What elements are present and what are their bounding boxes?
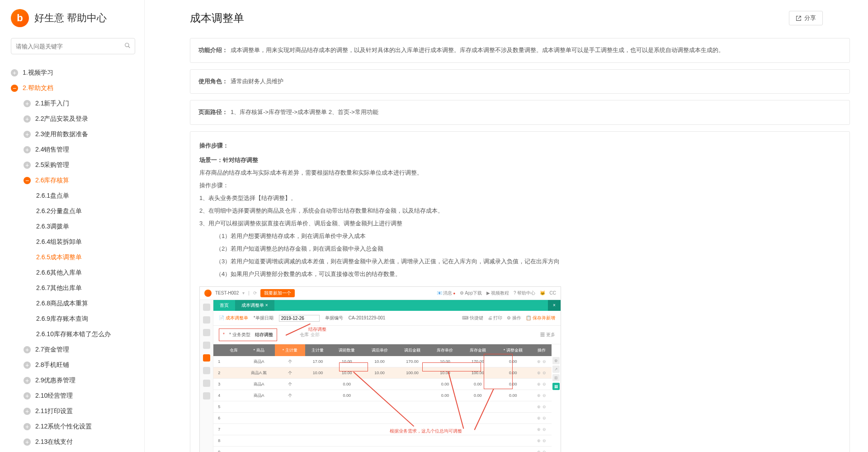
nav-2-9[interactable]: +2.9优惠券管理 — [11, 373, 135, 388]
nav-2-6-7[interactable]: 2.6.7其他出库单 — [11, 281, 135, 296]
nav-2-2[interactable]: +2.2产品安装及登录 — [11, 111, 135, 127]
ss-date-input — [279, 315, 320, 322]
ss-row: 9⊕⊖ — [213, 447, 552, 452]
nav-2-6[interactable]: −2.6库存核算 — [11, 173, 135, 188]
ss-code-label: 单据编号 — [325, 314, 343, 323]
intro-text: 成本调整单，用来实现对商品结存成本的调整，以及针对具体的出入库单进行成本调整。库… — [231, 47, 724, 53]
ss-new-button: 我要新加一个 — [260, 289, 295, 297]
ss-date-label: *单据日期 — [254, 314, 274, 323]
expand-icon: + — [24, 346, 31, 353]
ss-th: * 商品 — [243, 344, 275, 356]
nav-2-1[interactable]: +2.1新手入门 — [11, 96, 135, 111]
step-3d: （4）如果用户只调整部分数量的成本，可以直接修改带出的结存数量。 — [199, 268, 840, 280]
ss-app: ⚙ App下载 — [460, 289, 482, 298]
nav-2-12[interactable]: +2.12系统个性化设置 — [11, 419, 135, 434]
nav-2-5[interactable]: +2.5采购管理 — [11, 157, 135, 173]
nav-2-4[interactable]: +2.4销售管理 — [11, 142, 135, 157]
nav-2-3[interactable]: +2.3使用前数据准备 — [11, 127, 135, 142]
expand-icon: + — [24, 162, 31, 169]
ss-avatar: 🐱 — [540, 289, 545, 298]
ss-th: * 主计量 — [275, 344, 305, 356]
svg-line-1 — [128, 46, 130, 48]
expand-icon: + — [24, 392, 31, 400]
ss-topbar: TEST-H002 ▾ | ⟳ 我要新加一个 📧 消息● ⚙ App下载 ▶ 视… — [200, 287, 561, 300]
nav-2-6-2[interactable]: 2.6.2分量盘点单 — [11, 204, 135, 219]
nav-2-6-10[interactable]: 2.6.10库存账本错了怎么办 — [11, 327, 135, 342]
nav-2-14[interactable]: +2.14常见问题 — [11, 450, 135, 452]
ss-test-label: TEST-H002 — [215, 289, 239, 298]
step-3b: （2）若用户知道调整总的结存金额，则在调后金额中录入总金额 — [199, 243, 840, 255]
path-label: 页面路径： — [198, 109, 228, 115]
ss-th: 操作 — [532, 344, 552, 356]
page-title: 成本调整单 — [190, 11, 244, 25]
role-box: 使用角色：通常由财务人员维护 — [190, 69, 850, 94]
ss-th: 库存金额 — [462, 344, 494, 356]
ss-table: 仓库* 商品* 主计量主计量调前数量调后单价调后金额库存单价库存金额* 调整金额… — [213, 344, 552, 452]
brand: b 好生意 帮助中心 — [11, 9, 135, 27]
ss-th — [213, 344, 225, 356]
ss-th: 主计量 — [305, 344, 330, 356]
ss-row: 8⊕⊖ — [213, 435, 552, 447]
nav-2-8[interactable]: +2.8手机旺铺 — [11, 357, 135, 373]
expand-icon: + — [24, 131, 31, 138]
ss-side-tools: ⊕ ↗ ⊞ ▦ — [552, 344, 561, 452]
step-1: 1、表头业务类型选择【结存调整】。 — [199, 192, 840, 204]
scene1-steps-label: 操作步骤： — [199, 180, 840, 191]
ss-th: 调后金额 — [396, 344, 429, 356]
ss-row: 7⊕⊖ — [213, 424, 552, 435]
expand-icon: + — [24, 438, 31, 446]
nav-2-7[interactable]: +2.7资金管理 — [11, 342, 135, 357]
ss-print: 🖨 打印 — [488, 314, 503, 323]
ss-toolbar: 📄 成本调整单 *单据日期 单据编号 CA-20191229-001 ⌨ 快捷键… — [213, 311, 561, 326]
home-icon — [203, 304, 210, 311]
nav-2-6-9[interactable]: 2.6.9库存账本查询 — [11, 311, 135, 327]
nav-2-10[interactable]: +2.10经营管理 — [11, 388, 135, 404]
ss-tab-form: 成本调整单 × — [235, 300, 274, 311]
ss-type-value: 结存调整 — [255, 330, 273, 339]
search-icon[interactable] — [124, 43, 131, 50]
expand-icon: + — [24, 377, 31, 384]
ss-filter: ** 业务类型 结存调整 仓库全部 ☰ 更多 结存调整 — [213, 326, 561, 344]
rail-icon — [203, 367, 210, 374]
ss-tab-close: × — [548, 300, 561, 311]
ss-th: 库存单价 — [429, 344, 461, 356]
expand-icon: + — [24, 362, 31, 369]
ss-th: 仓库 — [225, 344, 243, 356]
ss-row: 2商品A 黑个10.0010.0010.00100.0010.00100.000… — [213, 367, 552, 379]
path-text: 1、库存核算->库存管理->成本调整单 2、首页->常用功能 — [231, 109, 378, 115]
nav-docs[interactable]: −2.帮助文档 — [11, 81, 135, 96]
rail-icon-active — [203, 354, 210, 362]
expand-icon: + — [24, 408, 31, 415]
expand-icon: + — [24, 100, 31, 107]
ss-op: ⚙ 操作 — [507, 314, 521, 323]
ss-help: ? 帮助中心 — [514, 289, 535, 298]
ss-row: 5⊕⊖ — [213, 401, 552, 413]
ss-tabs: 首页 成本调整单 × × — [213, 300, 561, 311]
brand-title: 好生意 帮助中心 — [34, 11, 107, 25]
expand-icon: + — [24, 115, 31, 123]
nav-video[interactable]: +1.视频学习 — [11, 65, 135, 81]
nav-2-6-5[interactable]: 2.6.5成本调整单 — [11, 250, 135, 265]
path-box: 页面路径：1、库存核算->库存管理->成本调整单 2、首页->常用功能 — [190, 100, 850, 125]
nav-2-6-3[interactable]: 2.6.3调拨单 — [11, 219, 135, 234]
share-icon — [796, 15, 802, 21]
nav-2-6-1[interactable]: 2.6.1盘点单 — [11, 188, 135, 204]
main: 成本调整单 分享 功能介绍：成本调整单，用来实现对商品结存成本的调整，以及针对具… — [145, 0, 868, 452]
nav-2-13[interactable]: +2.13在线支付 — [11, 434, 135, 450]
nav-2-6-4[interactable]: 2.6.4组装拆卸单 — [11, 234, 135, 250]
ss-type-label: * 业务类型 — [229, 330, 250, 339]
search-box — [11, 38, 135, 54]
ss-filter-box: ** 业务类型 结存调整 — [219, 328, 277, 341]
content-block: 操作步骤： 场景一：针对结存调整 库存商品的结存成本与实际成本有差异，需要根据结… — [190, 131, 850, 452]
scene1-desc: 库存商品的结存成本与实际成本有差异，需要根据结存数量和实际单位成本进行调整。 — [199, 167, 840, 179]
nav-2-6-6[interactable]: 2.6.6其他入库单 — [11, 265, 135, 281]
svg-point-0 — [125, 43, 129, 47]
search-input[interactable] — [11, 38, 135, 54]
intro-box: 功能介绍：成本调整单，用来实现对商品结存成本的调整，以及针对具体的出入库单进行成… — [190, 38, 850, 63]
share-button[interactable]: 分享 — [789, 11, 823, 25]
nav-2-11[interactable]: +2.11打印设置 — [11, 404, 135, 419]
nav-2-6-8[interactable]: 2.6.8商品成本重算 — [11, 296, 135, 311]
ss-form-title: 📄 成本调整单 — [219, 314, 248, 323]
rail-icon — [203, 342, 210, 349]
ss-th: 调前数量 — [330, 344, 363, 356]
